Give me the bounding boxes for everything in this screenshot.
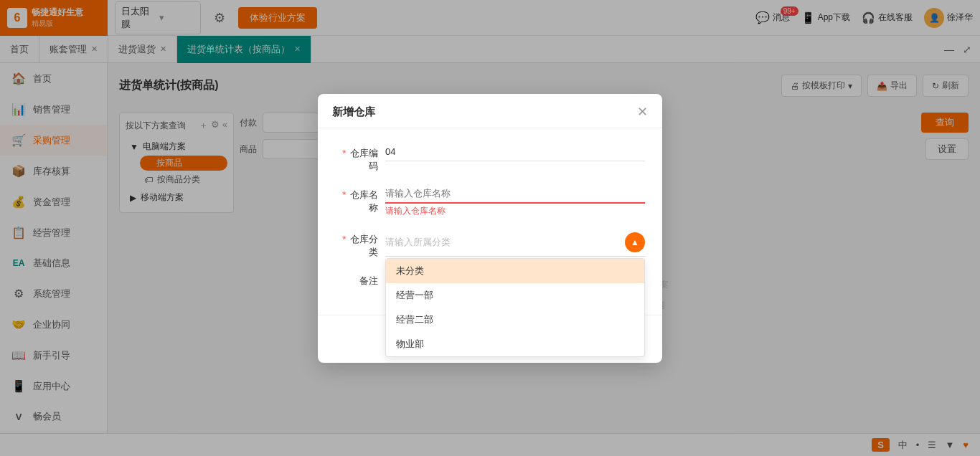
warehouse-category-label: * 仓库分类 — [335, 229, 385, 259]
warehouse-name-input[interactable] — [385, 184, 645, 204]
dialog-header: 新增仓库 ✕ — [318, 94, 662, 128]
warehouse-name-field: 请输入仓库名称 — [385, 184, 645, 217]
warehouse-category-field[interactable]: 请输入所属分类 ▲ 未分类 经营一部 经营二部 物业部 — [385, 229, 645, 257]
warehouse-category-row: * 仓库分类 请输入所属分类 ▲ 未分类 经营一部 经营二部 物业部 — [335, 229, 645, 259]
warehouse-name-row: * 仓库名称 请输入仓库名称 — [335, 184, 645, 217]
dialog-close-icon[interactable]: ✕ — [637, 105, 648, 118]
warehouse-code-label: * 仓库编码 — [335, 143, 385, 173]
warehouse-notes-label: 备注 — [335, 270, 385, 288]
warehouse-name-error: 请输入仓库名称 — [385, 205, 645, 217]
category-option-3[interactable]: 物业部 — [386, 332, 644, 356]
modal-overlay: 新增仓库 ✕ * 仓库编码 * 仓库名称 — [0, 0, 980, 456]
dialog-body: * 仓库编码 * 仓库名称 请输入仓库名称 — [318, 128, 662, 315]
add-warehouse-dialog: 新增仓库 ✕ * 仓库编码 * 仓库名称 — [318, 94, 662, 363]
warehouse-category-input[interactable]: 请输入所属分类 ▲ — [385, 229, 645, 257]
category-option-2[interactable]: 经营二部 — [386, 308, 644, 332]
category-dropdown-list: 未分类 经营一部 经营二部 物业部 — [385, 258, 645, 357]
warehouse-code-input[interactable] — [385, 143, 645, 161]
warehouse-code-row: * 仓库编码 — [335, 143, 645, 173]
category-option-1[interactable]: 经营一部 — [386, 283, 644, 308]
dialog-title: 新增仓库 — [332, 105, 375, 119]
warehouse-name-label: * 仓库名称 — [335, 184, 385, 214]
warehouse-code-field — [385, 143, 645, 161]
category-option-0[interactable]: 未分类 — [386, 259, 644, 283]
category-dropdown-toggle[interactable]: ▲ — [625, 232, 645, 252]
